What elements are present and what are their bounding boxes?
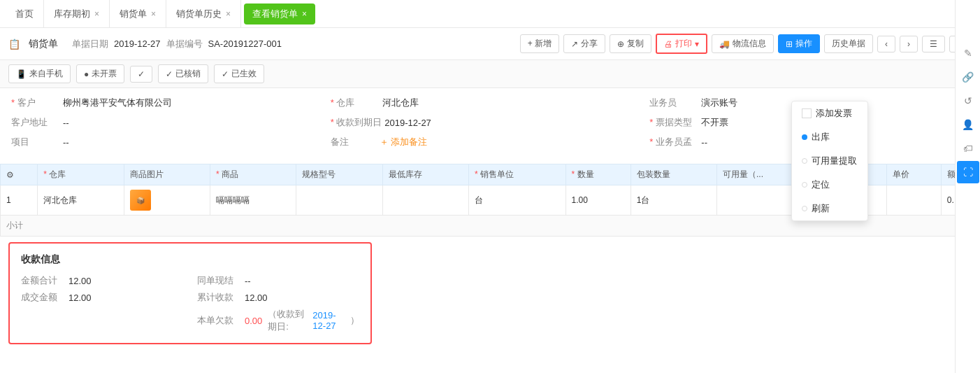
dropdown-outbound[interactable]: 出库 xyxy=(792,125,867,149)
cumulative-receipt-item: 累计收款 12.00 xyxy=(197,291,359,304)
tab-view-sales[interactable]: 查看销货单 × xyxy=(244,3,315,24)
same-order-value: -- xyxy=(245,276,251,286)
date-value: 2019-12-27 xyxy=(114,38,161,49)
checkbox-add-invoice[interactable] xyxy=(802,108,812,118)
check-icon: ✓ xyxy=(166,69,173,79)
sidebar-link-icon[interactable]: 🔗 xyxy=(957,66,979,88)
radio-locate[interactable] xyxy=(802,182,807,188)
effective-btn[interactable]: ✓ 已生效 xyxy=(214,64,264,83)
logistics-label: 物流信息 xyxy=(733,38,766,50)
radio-refresh[interactable] xyxy=(802,206,807,211)
cell-product-img: 📦 xyxy=(124,185,210,216)
customer-group: 客户 柳州粤港平安气体有限公司 xyxy=(11,97,331,109)
confirm-icon: ✓ xyxy=(138,69,145,79)
col-product-img: 商品图片 xyxy=(124,164,210,185)
add-notes-btn[interactable]: ＋ 添加备注 xyxy=(380,136,427,148)
next-button[interactable]: › xyxy=(900,36,918,52)
prev-button[interactable]: ‹ xyxy=(877,36,895,52)
warehouse-label: 仓库 xyxy=(331,97,380,109)
col-product: 商品 xyxy=(210,164,296,185)
tab-sales-history-label: 销货单历史 xyxy=(176,8,222,20)
tab-sales-order-label: 销货单 xyxy=(120,8,147,20)
cell-unit-price xyxy=(887,185,942,216)
add-invoice-label: 添加发票 xyxy=(816,107,852,120)
payment-title: 收款信息 xyxy=(21,253,359,266)
doc-header-right: + 新增 ↗ 分享 ⊕ 复制 🖨 打印 ▾ 🚚 物流信息 ⊞ 操作 xyxy=(520,34,972,54)
dropdown-add-invoice[interactable]: 添加发票 xyxy=(792,101,867,125)
operations-icon: ⊞ xyxy=(786,39,793,49)
confirm-btn[interactable]: ✓ xyxy=(130,66,152,83)
col-package-qty: 包装数量 xyxy=(630,164,716,185)
right-sidebar: ✎ 🔗 ↺ 👤 🏷 ⛶ xyxy=(955,0,980,373)
ticket-type-label: 票据类型 xyxy=(649,116,698,129)
logistics-button[interactable]: 🚚 物流信息 xyxy=(712,34,774,53)
radio-available-qty[interactable] xyxy=(802,158,807,164)
tab-sales-order[interactable]: 销货单 × xyxy=(110,0,166,28)
tab-inventory[interactable]: 库存期初 × xyxy=(44,0,110,28)
col-sales-unit: 销售单位 xyxy=(469,164,566,185)
total-amount-value: 12.00 xyxy=(69,276,92,286)
col-quantity: 数量 xyxy=(565,164,630,185)
cumulative-receipt-value: 12.00 xyxy=(245,293,268,303)
logistics-icon: 🚚 xyxy=(719,39,730,49)
tab-view-sales-close[interactable]: × xyxy=(302,9,307,19)
transaction-amount-value: 12.00 xyxy=(69,293,92,303)
not-opened-btn[interactable]: ● 未开票 xyxy=(76,64,124,83)
product-image: 📦 xyxy=(130,190,151,211)
cancelled-btn[interactable]: ✓ 已核销 xyxy=(158,64,208,83)
copy-label: 复制 xyxy=(627,38,644,50)
dropdown-arrow: ▾ xyxy=(695,39,699,49)
sales-employee-value: -- xyxy=(698,137,710,148)
same-order-label: 同单现结 xyxy=(197,274,239,287)
current-arrears-value: 0.00 xyxy=(245,316,262,326)
tab-sales-history[interactable]: 销货单历史 × xyxy=(166,0,241,28)
cell-index: 1 xyxy=(1,185,38,216)
project-group: 项目 -- xyxy=(11,136,331,148)
cancelled-label: 已核销 xyxy=(175,68,201,80)
tab-inventory-close[interactable]: × xyxy=(94,9,99,19)
list-view-button[interactable]: ☰ xyxy=(922,36,945,52)
tab-sales-history-close[interactable]: × xyxy=(226,9,231,19)
operations-button[interactable]: ⊞ 操作 xyxy=(778,34,820,53)
address-label: 客户地址 xyxy=(11,116,60,129)
cumulative-receipt-label: 累计收款 xyxy=(197,291,239,304)
total-amount-item: 金额合计 12.00 xyxy=(21,274,183,287)
cell-spec xyxy=(296,185,382,216)
doc-header: 📋 销货单 单据日期 2019-12-27 单据编号 SA-20191227-0… xyxy=(0,28,980,60)
warehouse-value: 河北仓库 xyxy=(380,97,421,109)
copy-button[interactable]: ⊕ 复制 xyxy=(610,34,651,53)
dropdown-locate[interactable]: 定位 xyxy=(792,173,867,197)
tab-view-sales-label: 查看销货单 xyxy=(252,8,298,20)
page-wrapper: 首页 库存期初 × 销货单 × 销货单历史 × 查看销货单 × × 📋 销货单 … xyxy=(0,0,980,373)
effective-label: 已生效 xyxy=(231,68,257,80)
notes-label: 备注 xyxy=(331,136,380,148)
print-button[interactable]: 🖨 打印 ▾ xyxy=(656,34,707,54)
radio-outbound[interactable] xyxy=(802,134,807,140)
sidebar-refresh-icon[interactable]: ↺ xyxy=(957,90,979,112)
sidebar-user-icon[interactable]: 👤 xyxy=(957,113,979,136)
share-button[interactable]: ↗ 分享 xyxy=(563,34,605,53)
mobile-icon: 📱 xyxy=(16,69,27,79)
share-label: 分享 xyxy=(581,38,598,50)
sidebar-expand-icon[interactable]: ⛶ xyxy=(957,161,979,183)
tab-home[interactable]: 首页 xyxy=(6,0,44,28)
doc-meta: 单据日期 2019-12-27 单据编号 SA-20191227-001 xyxy=(72,38,282,50)
payment-date-value: 2019-12-27 xyxy=(382,118,434,128)
history-button[interactable]: 历史单据 xyxy=(824,34,873,53)
sidebar-tag-icon[interactable]: 🏷 xyxy=(957,137,979,160)
outbound-label: 出库 xyxy=(812,131,830,143)
tab-home-label: 首页 xyxy=(15,8,34,20)
payment-date-label: 收款到期日 xyxy=(331,116,382,129)
from-mobile-btn[interactable]: 📱 来自手机 xyxy=(8,64,71,83)
new-button[interactable]: + 新增 xyxy=(520,34,559,53)
ticket-type-value: 不开票 xyxy=(698,116,731,129)
due-date-value: 2019-12-27 xyxy=(312,310,345,331)
doc-title: 销货单 xyxy=(29,38,58,50)
sales-employee-label: 业务员孟 xyxy=(649,136,698,148)
sidebar-edit-icon[interactable]: ✎ xyxy=(957,42,979,64)
dropdown-refresh[interactable]: 刷新 xyxy=(792,197,867,220)
share-icon: ↗ xyxy=(571,39,578,49)
dropdown-available-qty[interactable]: 可用量提取 xyxy=(792,149,867,173)
col-settings[interactable]: ⚙ xyxy=(1,164,38,185)
tab-sales-order-close[interactable]: × xyxy=(151,9,156,19)
